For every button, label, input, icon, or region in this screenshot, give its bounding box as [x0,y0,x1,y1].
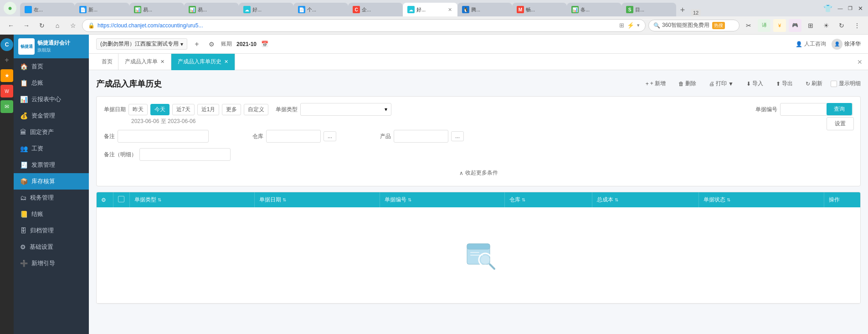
tab-close-8[interactable]: ✕ [447,6,453,14]
export-button[interactable]: ⬆ 导出 [771,77,797,90]
window-controls: 👕 — ❐ ✕ [823,4,864,13]
bookmark-button[interactable]: ☆ [67,19,79,32]
date-btn-today[interactable]: 今天 [150,104,169,115]
date-btn-yesterday[interactable]: 昨天 [128,104,148,115]
note-input[interactable] [118,130,209,143]
icon-bar-weibo[interactable]: W [0,85,13,98]
th-warehouse[interactable]: 仓库 ⇅ [505,192,592,207]
scissors-icon[interactable]: ✂ [742,19,755,32]
browser-tab-4[interactable]: 📊 易... [184,3,239,16]
page-tab-history[interactable]: 产成品入库单历史 ✕ [171,54,235,70]
sidebar-item-tax[interactable]: 🗂 税务管理 [14,190,89,206]
sidebar-item-payroll[interactable]: 👥 工资 [14,140,89,157]
doc-type-select[interactable]: ▾ [300,103,391,116]
sidebar-item-ledger[interactable]: 📋 总账 [14,75,89,91]
apps-icon[interactable]: ⊞ [804,19,817,32]
sidebar-item-archive[interactable]: 🗄 归档管理 [14,222,89,239]
home-nav-button[interactable]: ⌂ [51,19,64,32]
product-ellipsis[interactable]: ... [451,131,464,141]
th-total-cost-label: 总成本 [597,196,613,204]
panel-close-button[interactable]: ✕ [853,56,866,68]
search-box-browser[interactable]: 🔍 360智能抠图免费用 热搜 [648,20,740,31]
th-settings[interactable]: ⚙ [97,192,113,207]
browser-tab-6[interactable]: 📄 个... [293,3,348,16]
user-info[interactable]: 👤 徐泽华 [832,39,861,50]
browser-tab-5[interactable]: ☁ 好... [239,3,293,16]
minimize-button[interactable]: — [836,4,844,12]
back-button[interactable]: ← [5,19,17,32]
import-button[interactable]: ⬇ 导入 [742,77,768,90]
new-record-button[interactable]: + + 新增 [641,77,670,90]
new-tab-button[interactable]: + [676,4,689,16]
th-checkbox[interactable] [113,192,129,207]
dropdown-icon[interactable]: ▾ [637,22,640,28]
th-doc-number[interactable]: 单据编号 ⇅ [380,192,505,207]
print-button[interactable]: 🖨 打印 ▼ [704,77,738,90]
game-icon[interactable]: 🎮 [789,19,801,32]
product-input[interactable] [394,130,448,143]
sidebar-item-assets[interactable]: 🏛 固定资产 [14,124,89,140]
th-doc-date[interactable]: 单据日期 ⇅ [255,192,380,207]
date-btn-more[interactable]: 更多 [222,104,241,115]
browser-logo[interactable]: ● [4,2,16,15]
close-button[interactable]: ✕ [856,4,864,12]
icon-bar-mail[interactable]: ✉ [0,100,13,113]
browser-tab-9[interactable]: 🐧 腾... [457,3,512,16]
icon-bar-plus[interactable]: + [0,54,13,67]
th-doc-type[interactable]: 单据类型 ⇅ [129,192,255,207]
print-dropdown-icon[interactable]: ▼ [728,81,734,87]
icon-bar-star[interactable]: ★ [0,69,13,82]
yuan-icon[interactable]: ¥ [773,19,786,32]
collapse-more-button[interactable]: ∧ 收起更多条件 [104,166,853,180]
company-selector[interactable]: (勿删勿禁用）江西服宝测试专用 ▾ [96,38,187,50]
browser-tab-10[interactable]: M 畅... [512,3,567,16]
sun-icon[interactable]: ☀ [820,19,832,32]
page-tab-list-close[interactable]: ✕ [160,59,164,65]
sidebar-item-report[interactable]: 📊 云报表中心 [14,91,89,108]
calendar-icon[interactable]: 📅 [261,41,268,47]
show-columns-toggle[interactable]: 显示明细 [831,80,861,87]
more-icon[interactable]: ⋮ [851,19,863,32]
browser-tab-7[interactable]: C 企... [348,3,403,16]
page-tab-list[interactable]: 产成品入库单 ✕ [118,54,171,70]
date-btn-custom[interactable]: 自定义 [244,104,268,115]
sidebar-item-settings[interactable]: ⚙ 基础设置 [14,239,89,255]
warehouse-input[interactable] [266,130,321,143]
sidebar-item-closing[interactable]: 📒 结账 [14,206,89,222]
refresh-button[interactable]: ↻ 刷新 [801,77,827,90]
th-doc-status[interactable]: 单据状态 ⇅ [699,192,824,207]
sidebar-item-invoice[interactable]: 🧾 发票管理 [14,157,89,173]
page-tab-history-close[interactable]: ✕ [224,59,228,65]
breadcrumb-home[interactable]: 首页 [96,54,118,70]
empty-state-row [97,207,860,303]
browser-tab-1[interactable]: 🌐 在... [20,3,75,16]
icon-bar-chanjet[interactable]: C [0,38,13,51]
sidebar-item-home[interactable]: 🏠 首页 [14,58,89,75]
sidebar-item-inventory[interactable]: 📦 库存核算 [14,173,89,190]
company-settings-button[interactable]: ⚙ [206,39,216,49]
settings-search-button[interactable]: 设置 [827,117,854,130]
delete-button[interactable]: 🗑 删除 [674,77,701,90]
browser-tab-2[interactable]: 📄 新... [75,3,129,16]
refresh-nav-button[interactable]: ↻ [36,19,48,32]
translate-icon[interactable]: 译 [758,19,770,32]
main-content: (勿删勿禁用）江西服宝测试专用 ▾ + ⚙ 账期 2021-10 📅 👤 人工咨… [89,35,868,334]
forward-button[interactable]: → [20,19,33,32]
address-bar[interactable]: 🔒 https://cloud.chanjet.com/accounting/u… [82,19,646,32]
sidebar-item-new-guide[interactable]: ➕ 新增引导 [14,255,89,272]
browser-tab-8[interactable]: ☁ 好... ✕ [403,3,457,16]
add-company-button[interactable]: + [192,39,202,49]
note-detail-input[interactable] [139,148,231,161]
browser-tab-3[interactable]: 📊 易... [129,3,184,16]
browser-tab-11[interactable]: 📊 各... [567,3,621,16]
customer-service-button[interactable]: 👤 人工咨询 [796,40,826,48]
sidebar-item-funds[interactable]: 💰 资金管理 [14,108,89,124]
maximize-button[interactable]: ❐ [846,4,854,12]
browser-tab-12[interactable]: S 目... [621,3,676,16]
query-button[interactable]: 查询 [827,103,852,115]
date-btn-7days[interactable]: 近7天 [172,104,195,115]
th-total-cost[interactable]: 总成本 ⇅ [592,192,699,207]
warehouse-ellipsis[interactable]: ... [324,131,336,141]
date-btn-1month[interactable]: 近1月 [197,104,220,115]
sync-icon[interactable]: ↻ [835,19,848,32]
